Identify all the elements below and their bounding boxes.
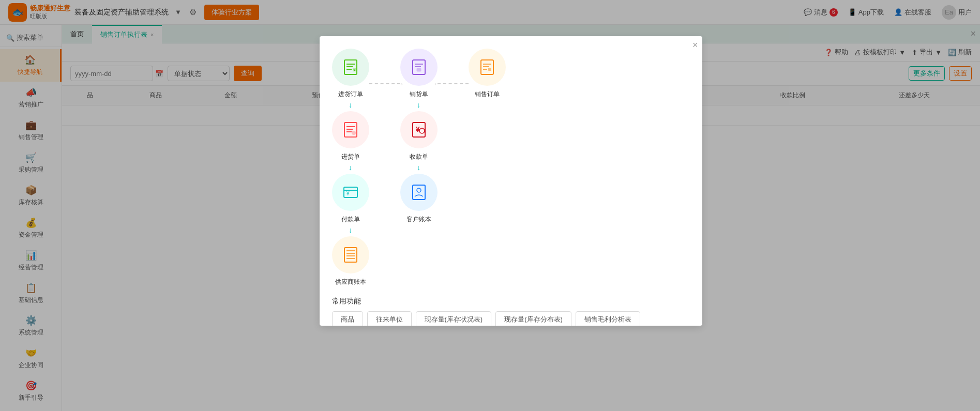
overlay[interactable]: × bbox=[0, 0, 980, 411]
flow-diagram: 进货订单 ↓ bbox=[332, 49, 690, 286]
func-inventory-distribution[interactable]: 现存量(库存分布表) bbox=[495, 311, 571, 326]
right-flow-column: 销货单 ↓ ¥ 收款单 bbox=[400, 49, 438, 224]
svg-text:¥: ¥ bbox=[346, 191, 350, 196]
svg-point-25 bbox=[417, 188, 421, 192]
middle-arrows: → bbox=[369, 49, 400, 106]
purchase-order-circle bbox=[332, 49, 369, 86]
functions-row-1: 商品 往来单位 现存量(库存状况表) 现存量(库存分布表) 销售毛利分析表 商品… bbox=[332, 311, 690, 326]
purchase-order-node[interactable]: 进货订单 bbox=[332, 49, 369, 99]
customer-account-node[interactable]: 客户账本 bbox=[400, 174, 438, 224]
func-counterpart[interactable]: 往来单位 bbox=[367, 311, 412, 326]
arrow-right-1: → bbox=[369, 65, 400, 102]
sales-bill-arrow-down: ↓ bbox=[417, 101, 420, 109]
svg-rect-12 bbox=[344, 248, 357, 262]
supplier-account-circle bbox=[332, 236, 369, 273]
sales-bill-icon bbox=[410, 58, 428, 77]
svg-rect-26 bbox=[481, 60, 493, 74]
receipt-bill-node[interactable]: ¥ 收款单 bbox=[400, 111, 438, 161]
func-goods[interactable]: 商品 bbox=[332, 311, 363, 326]
receipt-bill-circle: ¥ bbox=[400, 111, 438, 148]
supplier-account-node[interactable]: 供应商账本 bbox=[332, 236, 369, 286]
sales-bill-circle bbox=[400, 49, 438, 86]
left-flow-column: 进货订单 ↓ bbox=[332, 49, 369, 286]
customer-account-label: 客户账本 bbox=[406, 215, 431, 224]
popup-content: 进货订单 ↓ bbox=[320, 36, 702, 326]
sales-bill-node[interactable]: 销货单 bbox=[400, 49, 438, 99]
payment-bill-node[interactable]: ¥ 付款单 bbox=[332, 174, 369, 224]
payment-bill-circle: ¥ bbox=[332, 174, 369, 211]
receipt-arrow-down: ↓ bbox=[417, 163, 420, 172]
purchase-order-icon bbox=[341, 58, 360, 77]
svg-rect-9 bbox=[344, 187, 357, 197]
receipt-bill-icon: ¥ bbox=[410, 120, 428, 139]
svg-rect-17 bbox=[413, 60, 425, 74]
svg-rect-30 bbox=[488, 68, 491, 71]
sales-order-flow-node[interactable]: 销售订单 bbox=[469, 49, 506, 99]
svg-point-8 bbox=[352, 131, 356, 135]
svg-rect-20 bbox=[417, 68, 421, 71]
purchase-bill-circle bbox=[332, 111, 369, 148]
sales-bill-label: 销货单 bbox=[410, 90, 428, 99]
sales-order-column: 销售订单 bbox=[469, 49, 506, 99]
purchase-bill-icon bbox=[341, 120, 360, 139]
purchase-order-label: 进货订单 bbox=[338, 90, 363, 99]
common-functions: 常用功能 商品 往来单位 现存量(库存状况表) 现存量(库存分布表) 销售毛利分… bbox=[332, 297, 690, 326]
customer-account-circle bbox=[400, 174, 438, 211]
payment-arrow-down: ↓ bbox=[349, 226, 352, 234]
purchase-bill-arrow-down: ↓ bbox=[349, 163, 352, 172]
popup-panel: × bbox=[320, 36, 702, 326]
func-sales-gross-analysis[interactable]: 销售毛利分析表 bbox=[576, 311, 640, 326]
purchase-order-arrow-down: ↓ bbox=[349, 101, 352, 109]
receipt-bill-label: 收款单 bbox=[410, 153, 428, 161]
svg-point-23 bbox=[419, 128, 425, 133]
sales-order-flow-icon bbox=[478, 58, 496, 77]
func-inventory-status[interactable]: 现存量(库存状况表) bbox=[416, 311, 492, 326]
common-functions-title: 常用功能 bbox=[332, 297, 690, 306]
purchase-bill-label: 进货单 bbox=[341, 153, 360, 161]
sales-order-flow-circle bbox=[469, 49, 506, 86]
customer-account-icon bbox=[410, 183, 428, 202]
right-dashed-arrows: ← bbox=[438, 49, 469, 106]
supplier-account-icon bbox=[341, 246, 360, 264]
payment-bill-label: 付款单 bbox=[341, 215, 360, 224]
sales-order-flow-label: 销售订单 bbox=[475, 90, 500, 99]
payment-bill-icon: ¥ bbox=[341, 183, 360, 202]
svg-text:¥: ¥ bbox=[416, 125, 420, 133]
supplier-account-label: 供应商账本 bbox=[335, 278, 366, 286]
purchase-bill-node[interactable]: 进货单 bbox=[332, 111, 369, 161]
arrow-left-1: ← bbox=[438, 65, 469, 102]
popup-close-button[interactable]: × bbox=[692, 40, 698, 50]
